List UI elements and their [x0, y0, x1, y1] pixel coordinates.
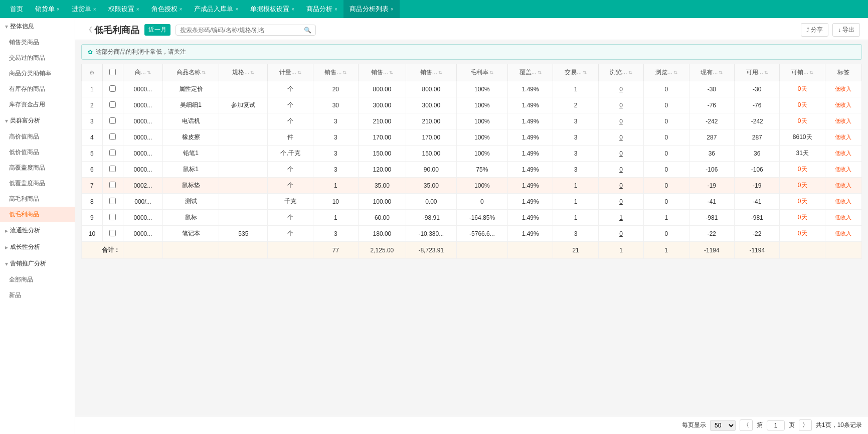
col-coverage[interactable]: 覆盖...⇅ [507, 64, 553, 81]
close-icon[interactable]: × [334, 7, 337, 12]
cell-checkbox[interactable] [102, 146, 123, 162]
sidebar-section-cluster[interactable]: ▾ 类群富分析 [0, 112, 75, 129]
sidebar-section-overall[interactable]: ▾ 整体信息 [0, 18, 75, 35]
row-checkbox[interactable] [109, 85, 116, 92]
col-tag[interactable]: 标签 [825, 64, 861, 81]
sidebar-item-in-stock[interactable]: 有库存的商品 [0, 81, 75, 97]
page-input[interactable] [767, 420, 785, 430]
sidebar-item-traded-products[interactable]: 交易过的商品 [0, 50, 75, 66]
cell-view1[interactable]: 1 [598, 210, 643, 226]
cell-checkbox[interactable] [102, 162, 123, 178]
cell-checkbox[interactable] [102, 113, 123, 129]
nav-item-analysis-list[interactable]: 商品分析列表 × [343, 0, 400, 18]
cell-view1[interactable]: 0 [598, 226, 643, 242]
view-link[interactable]: 0 [619, 134, 623, 141]
view-link[interactable]: 0 [619, 182, 623, 189]
close-icon[interactable]: × [235, 7, 238, 12]
close-icon[interactable]: × [391, 7, 394, 12]
next-page-button[interactable]: 〉 [799, 419, 812, 431]
sidebar-item-high-margin[interactable]: 高毛利商品 [0, 191, 75, 207]
col-checkbox[interactable] [102, 64, 123, 81]
sidebar-item-high-value[interactable]: 高价值商品 [0, 129, 75, 144]
sidebar-item-category-rate[interactable]: 商品分类助销率 [0, 66, 75, 81]
sidebar-collapse-button[interactable]: 《 [83, 26, 94, 35]
cell-view1[interactable]: 0 [598, 129, 643, 146]
sidebar-item-sales-products[interactable]: 销售类商品 [0, 35, 75, 50]
row-checkbox[interactable] [109, 182, 116, 188]
view-link[interactable]: 0 [619, 118, 623, 125]
sidebar-section-growth[interactable]: ▸ 成长性分析 [0, 239, 75, 255]
close-icon[interactable]: × [93, 7, 96, 12]
col-saleable[interactable]: 可销...⇅ [780, 64, 825, 81]
share-button[interactable]: ⤴ 分享 [801, 23, 828, 37]
sidebar-item-inventory-capital[interactable]: 库存资金占用 [0, 97, 75, 112]
cell-checkbox[interactable] [102, 81, 123, 97]
sidebar-item-high-coverage[interactable]: 高覆盖度商品 [0, 160, 75, 176]
sidebar-item-low-coverage[interactable]: 低覆盖度商品 [0, 176, 75, 191]
nav-item-templates[interactable]: 单据模板设置 × [244, 0, 300, 18]
cell-view1[interactable]: 0 [598, 194, 643, 210]
nav-item-home[interactable]: 首页 [4, 0, 29, 18]
cell-view1[interactable]: 0 [598, 146, 643, 162]
search-input[interactable] [180, 27, 304, 34]
sidebar-section-liquidity[interactable]: ▸ 流通性分析 [0, 222, 75, 239]
view-link[interactable]: 0 [619, 166, 623, 173]
cell-view1[interactable]: 0 [598, 162, 643, 178]
col-unit[interactable]: 计量...⇅ [268, 64, 313, 81]
nav-item-sales[interactable]: 销货单 × [29, 0, 66, 18]
cell-view1[interactable]: 0 [598, 178, 643, 194]
cell-checkbox[interactable] [102, 129, 123, 146]
sidebar-item-all-products[interactable]: 全部商品 [0, 272, 75, 287]
row-checkbox[interactable] [109, 150, 116, 156]
nav-item-roles[interactable]: 角色授权 × [145, 0, 189, 18]
select-all-checkbox[interactable] [109, 69, 116, 75]
per-page-select[interactable]: 50 20 100 [710, 420, 736, 431]
close-icon[interactable]: × [180, 7, 183, 12]
close-icon[interactable]: × [136, 7, 139, 12]
cell-checkbox[interactable] [102, 226, 123, 242]
sidebar-item-low-value[interactable]: 低价值商品 [0, 144, 75, 160]
view-link[interactable]: 0 [619, 198, 623, 205]
col-gross-rate[interactable]: 毛利率⇅ [456, 64, 507, 81]
export-button[interactable]: ↓ 导出 [832, 23, 860, 37]
col-spec[interactable]: 规格...⇅ [219, 64, 268, 81]
col-view2[interactable]: 浏览...⇅ [644, 64, 689, 81]
view-link[interactable]: 0 [619, 86, 623, 93]
col-sales-qty[interactable]: 销售...⇅ [313, 64, 358, 81]
nav-item-purchase[interactable]: 进货单 × [66, 0, 102, 18]
row-checkbox[interactable] [109, 230, 116, 236]
cell-checkbox[interactable] [102, 178, 123, 194]
col-name[interactable]: 商品名称⇅ [162, 64, 219, 81]
sidebar-section-marketing[interactable]: ▾ 营销推广分析 [0, 255, 75, 272]
col-current[interactable]: 现有...⇅ [689, 64, 734, 81]
cell-view1[interactable]: 0 [598, 97, 643, 113]
row-checkbox[interactable] [109, 117, 116, 124]
sidebar-item-new-products[interactable]: 新品 [0, 287, 75, 303]
nav-item-products[interactable]: 产成品入库单 × [188, 0, 244, 18]
row-checkbox[interactable] [109, 214, 116, 220]
col-view1[interactable]: 浏览...⇅ [598, 64, 643, 81]
close-icon[interactable]: × [291, 7, 294, 12]
cell-view1[interactable]: 0 [598, 81, 643, 97]
nav-item-permissions[interactable]: 权限设置 × [102, 0, 145, 18]
cell-view1[interactable]: 0 [598, 113, 643, 129]
view-link[interactable]: 0 [619, 102, 623, 109]
cell-checkbox[interactable] [102, 210, 123, 226]
row-checkbox[interactable] [109, 198, 116, 204]
view-link[interactable]: 0 [619, 150, 623, 157]
period-button[interactable]: 近一月 [144, 24, 170, 36]
nav-item-analysis[interactable]: 商品分析 × [300, 0, 343, 18]
row-checkbox[interactable] [109, 101, 116, 108]
col-code[interactable]: 商...⇅ [123, 64, 163, 81]
col-available[interactable]: 可用...⇅ [735, 64, 780, 81]
row-checkbox[interactable] [109, 133, 116, 140]
view-link[interactable]: 1 [619, 214, 623, 221]
view-link[interactable]: 0 [619, 230, 623, 237]
settings-icon[interactable]: ⚙ [89, 69, 95, 76]
col-gear[interactable]: ⚙ [82, 64, 103, 81]
col-sales-profit[interactable]: 销售...⇅ [406, 64, 456, 81]
prev-page-button[interactable]: 〈 [740, 419, 753, 431]
cell-checkbox[interactable] [102, 194, 123, 210]
cell-checkbox[interactable] [102, 97, 123, 113]
row-checkbox[interactable] [109, 166, 116, 172]
